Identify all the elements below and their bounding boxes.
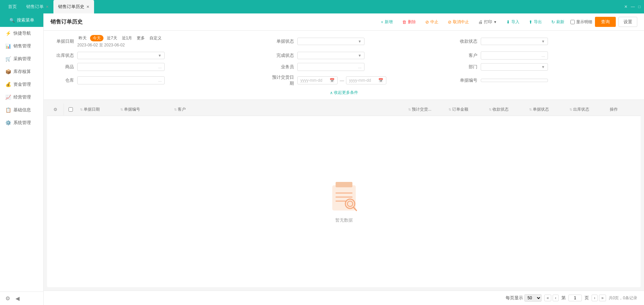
- sidebar-item-purchase-mgmt[interactable]: 🛒 采购管理: [0, 52, 43, 65]
- query-button[interactable]: 查询: [595, 17, 616, 27]
- tab-sales-history[interactable]: 销售订单历史 ✕: [53, 0, 94, 13]
- collapse-button[interactable]: ∧ 收起更多条件: [330, 90, 358, 96]
- stop-button[interactable]: ⊘ 中止: [422, 17, 442, 27]
- search-menu-btn[interactable]: 🔍 搜索菜单: [0, 13, 43, 27]
- display-columns-checkbox[interactable]: 显示明细: [570, 19, 592, 25]
- stock-status-select[interactable]: ▼: [77, 52, 165, 59]
- minimize-icon[interactable]: —: [631, 4, 635, 9]
- export-button[interactable]: ⬆ 导出: [525, 17, 545, 27]
- display-columns-input[interactable]: [570, 20, 575, 24]
- filter-area: 单据日期 昨天 今天 近7天 近1月 更多 自定义 2023-06-02 至 2…: [44, 31, 644, 100]
- sidebar-item-system-mgmt[interactable]: ⚙️ 系统管理: [0, 116, 43, 129]
- sidebar-item-sales-mgmt[interactable]: 📊 销售管理: [0, 40, 43, 52]
- sort-icon-delivery: ⇅: [408, 108, 411, 111]
- cancel-stop-button[interactable]: ⊘ 取消中止: [444, 17, 472, 27]
- stock-status-chevron: ▼: [158, 53, 162, 58]
- col-header-bill-status[interactable]: ⇅ 单据状态: [526, 103, 567, 116]
- sidebar-collapse-icon[interactable]: ◀: [15, 295, 19, 302]
- sort-icon-date: ⇅: [80, 108, 83, 111]
- goods-dots[interactable]: ...: [158, 65, 162, 69]
- sidebar-item-purchase-mgmt-label: 采购管理: [13, 56, 31, 62]
- bill-status-select[interactable]: ▼: [297, 38, 364, 45]
- delete-button[interactable]: 🗑 删除: [399, 17, 419, 27]
- date-options-group: 昨天 今天 近7天 近1月 更多 自定义: [77, 35, 163, 42]
- order-num-input[interactable]: [481, 79, 548, 82]
- import-button[interactable]: ⬇ 导入: [503, 17, 523, 27]
- goods-input[interactable]: ...: [77, 63, 165, 71]
- date-yesterday[interactable]: 昨天: [77, 35, 88, 42]
- last-page-btn[interactable]: »: [599, 295, 606, 301]
- col-header-amount[interactable]: ⇅ 订单金额: [446, 103, 486, 116]
- next-page-btn[interactable]: ›: [592, 295, 598, 301]
- col-header-number[interactable]: ⇅ 单据编号: [118, 103, 171, 116]
- date-1month[interactable]: 近1月: [121, 35, 134, 42]
- sidebar-item-base-info-label: 基础信息: [13, 107, 31, 113]
- date-today[interactable]: 今天: [90, 35, 103, 41]
- receipt-status-select[interactable]: ▼: [481, 38, 548, 45]
- col-header-customer[interactable]: ⇅ 客户: [171, 103, 405, 116]
- maximize-icon[interactable]: □: [638, 4, 641, 9]
- table-body: 暂无数据: [47, 116, 641, 287]
- top-right-area: ✕ — □: [624, 4, 641, 9]
- warehouse-dots[interactable]: ...: [158, 78, 162, 83]
- refresh-button[interactable]: ↻ 刷新: [548, 17, 568, 27]
- select-all-checkbox[interactable]: [69, 107, 73, 112]
- delivery-from-value: yyyy-mm-dd: [300, 78, 322, 83]
- complete-status-chevron: ▼: [358, 53, 361, 58]
- sidebar-item-inventory[interactable]: 📦 库存核算: [0, 65, 43, 78]
- sales-input[interactable]: ...: [297, 63, 364, 71]
- sidebar: 🔍 搜索菜单 ⚡ 快捷导航 📊 销售管理 🛒 采购管理 📦 库存核算 💰 资金管…: [0, 13, 44, 305]
- customer-dots[interactable]: ...: [542, 53, 545, 58]
- col-bill-status-label: 单据状态: [533, 107, 549, 112]
- per-page-label: 每页显示: [506, 295, 523, 301]
- sales-dots[interactable]: ...: [358, 65, 361, 69]
- warehouse-input[interactable]: ...: [77, 76, 165, 84]
- customer-input[interactable]: ...: [481, 51, 548, 60]
- tab-sales-history-close[interactable]: ✕: [86, 5, 89, 9]
- col-delivery-label: 预计交货...: [412, 107, 431, 112]
- complete-status-select[interactable]: ▼: [297, 52, 364, 59]
- operations-icon: 📈: [5, 94, 11, 100]
- svg-rect-1: [336, 182, 352, 187]
- col-header-stock-status[interactable]: ⇅ 出库状态: [567, 103, 607, 116]
- delivery-to-input[interactable]: yyyy-mm-dd 📅: [346, 76, 386, 84]
- first-page-btn[interactable]: «: [544, 295, 551, 301]
- set-button[interactable]: 设置: [618, 17, 637, 27]
- print-button[interactable]: 🖨 打印 ▼: [475, 17, 500, 27]
- col-header-date[interactable]: ⇅ 单据日期: [77, 103, 118, 116]
- page-number-input[interactable]: [568, 295, 582, 301]
- sidebar-item-finance-label: 资金管理: [13, 81, 31, 87]
- tab-sales-order[interactable]: 销售订单 ✕: [22, 0, 53, 13]
- cancel-stop-icon: ⊘: [448, 20, 452, 25]
- refresh-icon: ↻: [551, 20, 555, 25]
- close-window-icon[interactable]: ✕: [624, 4, 628, 9]
- sidebar-item-finance[interactable]: 💰 资金管理: [0, 78, 43, 91]
- date-custom[interactable]: 自定义: [148, 35, 163, 42]
- prev-page-btn[interactable]: ‹: [553, 295, 559, 301]
- refresh-label: 刷新: [556, 19, 564, 25]
- sidebar-item-base-info[interactable]: 📋 基础信息: [0, 104, 43, 116]
- dept-chevron: ▼: [541, 65, 545, 69]
- col-receipt-label: 收款状态: [492, 107, 509, 112]
- table-settings-icon[interactable]: ⚙: [47, 104, 64, 115]
- sidebar-settings-icon[interactable]: ⚙: [5, 295, 10, 302]
- sidebar-item-operations[interactable]: 📈 经营管理: [0, 91, 43, 104]
- search-icon: 🔍: [9, 18, 15, 23]
- new-button[interactable]: + 新增: [378, 17, 396, 27]
- sidebar-item-quick-nav[interactable]: ⚡ 快捷导航: [0, 27, 43, 40]
- delivery-from-input[interactable]: yyyy-mm-dd 📅: [297, 76, 338, 84]
- pagination: 每页显示 50 100 200 « ‹ 第 页 › » 共0页，0条记录: [44, 291, 644, 305]
- dept-select[interactable]: ▼: [481, 63, 548, 71]
- tab-home[interactable]: 首页: [3, 0, 22, 13]
- sort-icon-bill-status: ⇅: [529, 108, 532, 111]
- table-select-all[interactable]: [64, 104, 77, 115]
- page-header: 销售订单历史 + 新增 🗑 删除 ⊘ 中止 ⊘ 取消中止: [44, 13, 644, 31]
- stop-label: 中止: [430, 19, 438, 25]
- date-7days[interactable]: 近7天: [105, 35, 119, 42]
- tab-sales-order-close[interactable]: ✕: [46, 5, 49, 9]
- date-more[interactable]: 更多: [135, 35, 146, 42]
- col-header-delivery[interactable]: ⇅ 预计交货...: [405, 103, 446, 116]
- col-header-receipt[interactable]: ⇅ 收款状态: [486, 103, 526, 116]
- per-page-select[interactable]: 50 100 200: [524, 294, 542, 302]
- sidebar-bottom: ⚙ ◀: [0, 292, 43, 305]
